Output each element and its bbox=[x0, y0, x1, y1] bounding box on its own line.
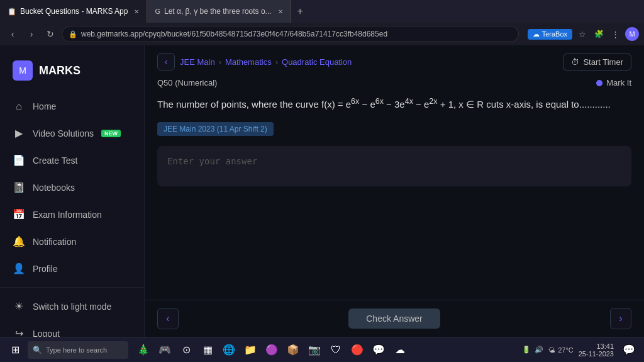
footer-next-button[interactable]: › bbox=[610, 308, 631, 329]
taskbar-icon-7[interactable]: 📦 bbox=[283, 340, 303, 360]
user-avatar[interactable]: M bbox=[625, 27, 639, 41]
check-answer-label: Check Answer bbox=[366, 314, 422, 324]
breadcrumb-mathematics[interactable]: Mathematics bbox=[225, 57, 272, 67]
content-header: ‹ JEE Main › Mathematics › Quadratic Equ… bbox=[145, 45, 644, 78]
app-body: M MARKS ⌂ Home ▶ Video Solutions NEW 📄 C… bbox=[0, 45, 644, 337]
video-icon: ▶ bbox=[13, 127, 25, 139]
taskbar-icon-10[interactable]: 🔴 bbox=[347, 340, 367, 360]
address-bar[interactable]: 🔒 web.getmarks.app/cpyqb/bucket/61f50b48… bbox=[62, 26, 519, 42]
content-back-button[interactable]: ‹ bbox=[157, 53, 175, 71]
sidebar: M MARKS ⌂ Home ▶ Video Solutions NEW 📄 C… bbox=[0, 45, 145, 337]
url-text: web.getmarks.app/cpyqb/bucket/61f50b4854… bbox=[81, 30, 387, 38]
tab-bar: 📋 Bucket Questions - MARKS App ✕ G Let α… bbox=[0, 0, 644, 23]
taskbar-time: 13:41 25-11-2023 bbox=[579, 342, 614, 358]
sidebar-item-video-solutions[interactable]: ▶ Video Solutions NEW bbox=[0, 120, 144, 147]
taskbar-icon-6[interactable]: 🟣 bbox=[262, 340, 282, 360]
extensions-icon[interactable]: 🧩 bbox=[592, 28, 605, 40]
date-display: 25-11-2023 bbox=[579, 350, 614, 358]
sidebar-item-notification[interactable]: 🔔 Notification bbox=[0, 228, 144, 255]
more-icon[interactable]: ⋮ bbox=[609, 28, 621, 40]
sidebar-bottom: ☀ Switch to light mode ↪ Logout bbox=[0, 282, 144, 337]
sidebar-item-exam-label: Exam Information bbox=[33, 210, 102, 220]
profile-icon: 👤 bbox=[13, 263, 25, 274]
breadcrumb-jee-main[interactable]: JEE Main bbox=[180, 57, 215, 67]
taskbar: ⊞ 🔍 Type here to search 🎄 🎮 ⊙ ▦ 🌐 📁 🟣 📦 … bbox=[0, 337, 644, 362]
lock-icon: 🔒 bbox=[69, 30, 77, 38]
sidebar-item-video-label: Video Solutions bbox=[33, 128, 94, 139]
tab-bucket-questions[interactable]: 📋 Bucket Questions - MARKS App ✕ bbox=[0, 0, 147, 23]
sidebar-item-home-label: Home bbox=[33, 101, 56, 111]
bookmark-icon[interactable]: ☆ bbox=[576, 28, 589, 40]
tab-close-2[interactable]: ✕ bbox=[278, 8, 283, 15]
taskbar-battery-icon: 🔋 bbox=[522, 346, 531, 354]
question-header: Q50 (Numerical) Mark It bbox=[157, 78, 631, 88]
taskbar-search-bar[interactable]: 🔍 Type here to search bbox=[28, 341, 128, 359]
exam-icon: 📅 bbox=[13, 208, 25, 220]
taskbar-icon-9[interactable]: 🛡 bbox=[326, 340, 346, 360]
logo-icon: M bbox=[13, 60, 33, 81]
taskbar-sys-icons: 🔋 🔊 bbox=[522, 346, 543, 354]
back-button[interactable]: ‹ bbox=[5, 26, 20, 42]
time-display: 13:41 bbox=[579, 342, 614, 350]
taskbar-icon-8[interactable]: 📷 bbox=[304, 340, 325, 360]
tab-close-1[interactable]: ✕ bbox=[134, 8, 139, 15]
windows-start-icon[interactable]: ⊞ bbox=[5, 340, 25, 360]
tab-let-alpha[interactable]: G Let α, β, γ be the three roots o... ✕ bbox=[147, 0, 291, 23]
notification-icon: 🔔 bbox=[13, 235, 25, 247]
notification-center-icon[interactable]: 💬 bbox=[619, 340, 639, 360]
taskbar-edge-icon[interactable]: 🌐 bbox=[219, 340, 239, 360]
check-answer-button[interactable]: Check Answer bbox=[348, 308, 440, 329]
footer-back-button[interactable]: ‹ bbox=[157, 308, 179, 329]
sidebar-item-profile[interactable]: 👤 Profile bbox=[0, 255, 144, 282]
sidebar-item-profile-label: Profile bbox=[33, 264, 58, 274]
sidebar-item-logout[interactable]: ↪ Logout bbox=[0, 320, 144, 337]
new-tab-button[interactable]: + bbox=[291, 0, 309, 23]
taskbar-right: 🔋 🔊 🌤 27°C 13:41 25-11-2023 💬 bbox=[522, 340, 639, 360]
reload-button[interactable]: ↻ bbox=[43, 26, 58, 42]
taskbar-icon-3[interactable]: ⊙ bbox=[176, 340, 196, 360]
taskbar-weather: 🌤 27°C bbox=[548, 346, 574, 354]
taskbar-icon-5[interactable]: 📁 bbox=[240, 340, 260, 360]
main-content: ‹ JEE Main › Mathematics › Quadratic Equ… bbox=[145, 45, 644, 337]
notebooks-icon: 📓 bbox=[13, 181, 25, 193]
logout-icon: ↪ bbox=[13, 327, 25, 337]
sidebar-item-home[interactable]: ⌂ Home bbox=[0, 93, 144, 120]
mark-it-label: Mark It bbox=[606, 78, 631, 88]
sidebar-item-notebooks[interactable]: 📓 Notebooks bbox=[0, 174, 144, 201]
terabox-button[interactable]: ☁ TeraBox bbox=[528, 29, 572, 40]
forward-button[interactable]: › bbox=[24, 26, 39, 42]
sidebar-switch-label: Switch to light mode bbox=[33, 302, 111, 312]
sidebar-item-create-test[interactable]: 📄 Create Test bbox=[0, 147, 144, 174]
sidebar-item-exam-information[interactable]: 📅 Exam Information bbox=[0, 201, 144, 228]
sidebar-item-create-label: Create Test bbox=[33, 156, 77, 166]
taskbar-icon-4[interactable]: ▦ bbox=[197, 340, 218, 360]
question-tag: JEE Main 2023 (11 Apr Shift 2) bbox=[157, 122, 274, 136]
start-timer-label: Start Timer bbox=[583, 57, 623, 67]
taskbar-icon-1[interactable]: 🎄 bbox=[133, 340, 153, 360]
breadcrumb-quadratic[interactable]: Quadratic Equation bbox=[282, 57, 352, 67]
taskbar-search-text: Type here to search bbox=[46, 346, 107, 354]
logo-text: MARKS bbox=[39, 64, 80, 77]
start-timer-button[interactable]: ⏱ Start Timer bbox=[563, 54, 631, 71]
nav-bar: ‹ › ↻ 🔒 web.getmarks.app/cpyqb/bucket/61… bbox=[0, 23, 644, 45]
taskbar-icon-2[interactable]: 🎮 bbox=[155, 340, 175, 360]
sidebar-item-notification-label: Notification bbox=[33, 237, 76, 247]
tab-label-2: Let α, β, γ be the three roots o... bbox=[164, 7, 272, 16]
weather-temp: 27°C bbox=[558, 346, 574, 354]
taskbar-icon-cloud[interactable]: ☁ bbox=[390, 340, 410, 360]
content-body: Q50 (Numerical) Mark It The number of po… bbox=[145, 78, 644, 300]
new-badge: NEW bbox=[101, 130, 121, 137]
sidebar-item-notebooks-label: Notebooks bbox=[33, 183, 75, 193]
sidebar-nav: ⌂ Home ▶ Video Solutions NEW 📄 Create Te… bbox=[0, 93, 144, 337]
create-test-icon: 📄 bbox=[13, 154, 25, 166]
taskbar-volume-icon: 🔊 bbox=[535, 346, 543, 354]
content-footer: ‹ Check Answer › bbox=[145, 300, 644, 337]
taskbar-icons: 🎄 🎮 ⊙ ▦ 🌐 📁 🟣 📦 📷 🛡 🔴 💬 ☁ bbox=[133, 340, 410, 360]
mark-it-dot bbox=[596, 80, 602, 86]
answer-input[interactable] bbox=[157, 146, 631, 186]
breadcrumb: JEE Main › Mathematics › Quadratic Equat… bbox=[180, 57, 558, 67]
sidebar-item-switch-light[interactable]: ☀ Switch to light mode bbox=[0, 293, 144, 320]
mark-it-button[interactable]: Mark It bbox=[596, 78, 631, 88]
taskbar-icon-11[interactable]: 💬 bbox=[369, 340, 389, 360]
nav-actions: ☁ TeraBox ☆ 🧩 ⋮ M bbox=[528, 27, 639, 41]
